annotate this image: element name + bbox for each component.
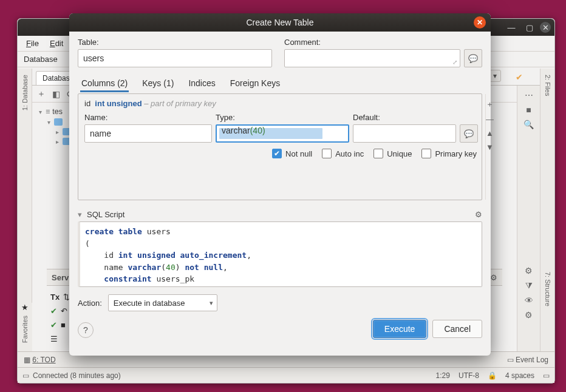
settings-icon[interactable]: ⚙ <box>525 310 533 320</box>
execute-button[interactable]: Execute <box>373 320 427 338</box>
notnull-checkbox[interactable]: ✔Not null <box>272 149 312 158</box>
help-button[interactable]: ? <box>78 322 94 338</box>
speech-icon: 💬 <box>464 129 474 138</box>
filter-icon[interactable]: ⧩ <box>525 280 533 291</box>
right-toolbar: ⋯ ■ 🔍 ⚙ ⧩ 👁 ⚙ <box>517 86 540 367</box>
footer-todo[interactable]: ▦ 6: TOD <box>24 356 56 364</box>
pk-col-name: id <box>84 99 90 108</box>
action-select[interactable]: Execute in database <box>108 294 217 311</box>
tab-indices[interactable]: Indices <box>187 76 216 92</box>
add-column-icon[interactable]: ＋ <box>486 99 494 110</box>
right-tool-gutter: 2: Files 7: Structure <box>540 69 554 367</box>
menu-edit[interactable]: EEditdit <box>46 37 67 50</box>
chevron-right-icon[interactable]: ▸ <box>54 138 60 145</box>
action-value: Execute in database <box>114 299 185 308</box>
dialog-title: Create New Table <box>246 18 313 27</box>
maximize-button[interactable]: ▢ <box>522 21 537 33</box>
type-kw: varchar <box>222 126 250 135</box>
col-type-label: Type: <box>216 113 349 122</box>
add-icon[interactable]: ＋ <box>36 89 47 100</box>
favorites-gutter: ★ Favorites <box>18 303 32 351</box>
chevron-right-icon[interactable]: ▸ <box>54 129 60 135</box>
chevron-down-icon[interactable]: ▾ <box>46 119 52 126</box>
close-button[interactable]: ✕ <box>540 22 551 33</box>
columns-panel: id int unsigned – part of primary key Na… <box>78 93 482 200</box>
tx-label: Tx <box>50 292 60 302</box>
chevron-down-icon: ▾ <box>78 210 82 219</box>
caret-position: 1:29 <box>436 371 450 380</box>
sql-script-title: SQL Script <box>87 210 124 219</box>
ide-statusbar: ▭ Connected (8 minutes ago) 1:29 UTF-8 🔒… <box>18 367 554 383</box>
cancel-button[interactable]: Cancel <box>432 320 482 338</box>
pk-col-hint: – part of primary key <box>144 99 216 108</box>
breadcrumb-item[interactable]: Database <box>24 55 58 64</box>
primarykey-checkbox[interactable]: Primary key <box>421 149 477 158</box>
col-default-label: Default: <box>353 113 456 122</box>
create-table-dialog: Create New Table ✕ Table: Comment: ⤢ 💬 <box>69 13 491 356</box>
expand-icon[interactable]: ⤢ <box>452 59 457 66</box>
encoding-label[interactable]: UTF-8 <box>459 371 479 380</box>
comment-input[interactable]: ⤢ <box>284 49 460 67</box>
minimize-button[interactable]: — <box>503 21 519 33</box>
tab-columns[interactable]: Columns (2) <box>80 76 129 92</box>
table-name-input[interactable] <box>78 49 272 67</box>
db-source-icon[interactable]: ◧ <box>50 89 61 100</box>
indent-label[interactable]: 4 spaces <box>505 371 534 380</box>
tool-structure[interactable]: 7: Structure <box>544 272 551 306</box>
status-connected-icon: ▭ <box>22 371 29 380</box>
eye-icon[interactable]: 👁 <box>525 296 533 305</box>
list-icon[interactable]: ☰ <box>50 334 58 343</box>
move-down-icon[interactable]: ▼ <box>486 143 494 152</box>
sql-script-header[interactable]: ▾ SQL Script ⚙ <box>78 210 482 219</box>
status-text: Connected (8 minutes ago) <box>33 371 121 380</box>
tree-root-label[interactable]: tes <box>52 107 63 116</box>
statusbar-menu-icon[interactable]: ▭ <box>543 371 550 380</box>
datasource-icon: ≡ <box>46 107 50 116</box>
col-default-input[interactable] <box>353 124 456 143</box>
column-tabs: Columns (2) Keys (1) Indices Foreign Key… <box>78 76 482 92</box>
move-up-icon[interactable]: ▲ <box>486 129 494 138</box>
star-icon: ★ <box>21 303 29 312</box>
check-green-icon[interactable]: ✔ <box>50 320 57 329</box>
autoinc-checkbox[interactable]: Auto inc <box>322 149 364 158</box>
stop-alt-icon[interactable]: ■ <box>526 105 531 115</box>
col-type-input[interactable]: varchar(40) <box>216 124 349 143</box>
col-extra-button[interactable]: 💬 <box>460 124 478 143</box>
checkmark-icon[interactable]: ✔ <box>50 306 57 316</box>
dialog-titlebar: Create New Table ✕ <box>69 13 491 32</box>
dialog-close-button[interactable]: ✕ <box>474 16 486 29</box>
action-row: Action: Execute in database <box>78 294 482 311</box>
unique-checkbox[interactable]: Unique <box>373 149 412 158</box>
pk-column-row[interactable]: id int unsigned – part of primary key <box>84 98 479 109</box>
col-name-label: Name: <box>84 113 212 122</box>
search-icon[interactable]: 🔍 <box>523 120 534 129</box>
rollback-alt-icon[interactable]: ↶ <box>61 306 67 316</box>
tab-foreign-keys[interactable]: Foreign Keys <box>229 76 281 92</box>
menu-file[interactable]: FFileile <box>22 37 43 50</box>
table-name-label: Table: <box>78 38 272 47</box>
chevron-down-icon[interactable]: ▾ <box>37 109 43 115</box>
gear-icon[interactable]: ⚙ <box>525 266 533 275</box>
gear-icon[interactable]: ⚙ <box>475 210 482 219</box>
remove-column-icon[interactable]: — <box>486 115 494 124</box>
type-num: (40) <box>250 126 265 135</box>
action-label: Action: <box>78 299 102 308</box>
chevron-down-icon: ▾ <box>493 72 497 80</box>
sql-preview[interactable]: create table users ( id int unsigned aut… <box>78 221 482 287</box>
more-icon[interactable]: ⋯ <box>525 90 533 100</box>
comment-options-button[interactable]: 💬 <box>464 49 482 67</box>
speech-icon: 💬 <box>468 54 478 63</box>
folder-icon <box>54 118 63 126</box>
tool-files[interactable]: 2: Files <box>544 75 551 96</box>
lock-icon[interactable]: 🔒 <box>488 371 497 380</box>
favorites-label[interactable]: Favorites <box>21 316 29 343</box>
stop-icon[interactable]: ■ <box>61 320 66 329</box>
col-name-input[interactable] <box>84 124 212 143</box>
comment-label: Comment: <box>284 38 482 47</box>
tab-keys[interactable]: Keys (1) <box>141 76 175 92</box>
column-flags: ✔Not null Auto inc Unique Primary key <box>84 149 479 158</box>
event-log-button[interactable]: ▭ Event Log <box>507 356 548 364</box>
pk-col-type: int unsigned <box>95 99 142 108</box>
gear-icon[interactable]: ⚙ <box>490 273 497 282</box>
tool-database[interactable]: 1: Database <box>21 75 29 110</box>
